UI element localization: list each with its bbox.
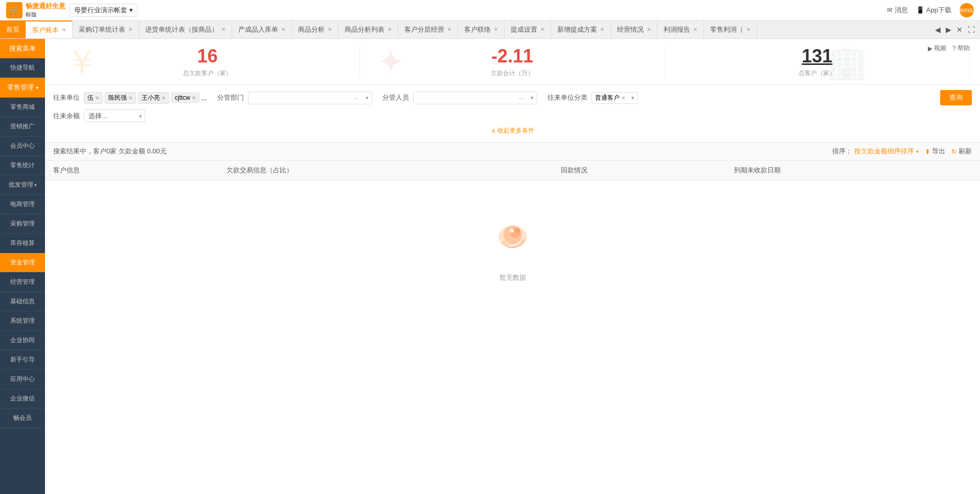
tab-product-analysis[interactable]: 商品分析 ✕ [292, 20, 338, 39]
svg-point-5 [510, 229, 514, 233]
tab-retail-profit[interactable]: 零售利润（ ✕ [704, 20, 757, 39]
tag-close-wu[interactable]: ✕ [95, 95, 99, 101]
arrow-icon: ▾ [34, 183, 37, 188]
app-download-button[interactable]: 📱 App下载 [916, 6, 951, 15]
person-dropdown-icon[interactable]: ▾ [528, 95, 537, 101]
dept-more-icon[interactable]: ··· [351, 94, 362, 102]
close-icon[interactable]: ✕ [693, 27, 697, 32]
sidebar-item-vip-member[interactable]: 畅会员 [0, 409, 45, 428]
nav-right-arrow[interactable]: ▶ [944, 25, 953, 35]
filter-bar: 往来单位 伍 ✕ 陈民强 ✕ 王小亮 ✕ cjttcw [45, 85, 980, 143]
collapse-button[interactable]: ∧ 收起更多条件 [53, 126, 972, 135]
sidebar-item-wholesale[interactable]: 批发管理 ▾ [0, 175, 45, 195]
total-customers-value: 131 [802, 46, 832, 67]
nav-left-arrow[interactable]: ◀ [933, 25, 943, 35]
sidebar-item-basic-info[interactable]: 基础信息 [0, 292, 45, 311]
query-button[interactable]: 查询 [940, 90, 972, 105]
export-button[interactable]: ⬆ 导出 [925, 147, 945, 156]
dept-dropdown-icon[interactable]: ▾ [362, 95, 372, 101]
video-link[interactable]: ▶ 视频 [928, 44, 946, 53]
close-icon[interactable]: ✕ [128, 27, 132, 32]
tab-proposal-settings[interactable]: 提成设置 ✕ [505, 20, 551, 39]
sidebar-item-purchase[interactable]: 采购管理 [0, 214, 45, 234]
logo-icon: 🛒 [6, 2, 22, 18]
close-icon[interactable]: ✕ [647, 27, 651, 32]
nav-arrows: ◀ ▶ ✕ ⛶ [930, 25, 980, 35]
tag-close-chen[interactable]: ✕ [128, 95, 132, 101]
close-icon[interactable]: ✕ [600, 27, 604, 32]
top-bar-right: ✉ 消息 📱 App下载 demo2 [887, 3, 974, 17]
sidebar-quick-nav[interactable]: 快捷导航 [0, 58, 45, 78]
tab-customer-connect[interactable]: 客户联络 ✕ [458, 20, 505, 39]
tab-home[interactable]: 首页 [0, 20, 26, 39]
sidebar-item-retail-mall[interactable]: 零售商城 [0, 98, 45, 117]
avatar[interactable]: demo2 [960, 3, 974, 17]
table-body: 暂无数据 [45, 181, 980, 313]
svg-point-4 [501, 240, 509, 245]
close-icon[interactable]: ✕ [540, 27, 544, 32]
overdue-amount-label: 欠款合计（万） [491, 69, 534, 78]
sidebar-item-operations[interactable]: 经营管理 [0, 273, 45, 292]
tab-purchase-stat[interactable]: 进货单统计表（按商品） ✕ [139, 20, 232, 39]
close-icon[interactable]: ✕ [746, 27, 750, 32]
sidebar-item-app-center[interactable]: 应用中心 [0, 370, 45, 389]
tags-more-button[interactable]: ... [201, 94, 207, 102]
tag-close-wang[interactable]: ✕ [162, 95, 166, 101]
data-table: 客户信息 欠款交易信息（占比） 回款情况 到期未收款日期 [45, 161, 980, 313]
balance-select[interactable]: 选择... [84, 109, 145, 122]
tab-product-inbound[interactable]: 产成品入库单 ✕ [232, 20, 292, 39]
close-icon[interactable]: ✕ [328, 27, 332, 32]
tab-new-proposal[interactable]: 新增提成方案 ✕ [551, 20, 611, 39]
sidebar-item-enterprise-wechat[interactable]: 企业微信 [0, 389, 45, 409]
stat-total-customers: 131 总客户（家） [665, 46, 970, 78]
sidebar-item-ecommerce[interactable]: 电商管理 [0, 195, 45, 214]
results-actions: 排序： 按欠款金额倒序排序 ▾ ⬆ 导出 ↻ 刷新 [832, 147, 972, 156]
stats-bar: ￥ ✦ 🏢 16 总欠款客户（家） -2.11 欠款合计（万） 131 总客户（… [45, 39, 980, 85]
table-header: 客户信息 欠款交易信息（占比） 回款情况 到期未收款日期 [45, 161, 980, 181]
nav-maximize[interactable]: ⛶ [966, 25, 977, 35]
tab-customer-tier[interactable]: 客户分层经营 ✕ [398, 20, 458, 39]
filter-tag-cjttcw: cjttcw ✕ [171, 93, 199, 103]
close-icon[interactable]: ✕ [494, 27, 498, 32]
logo-area: 🛒 畅捷通好生意 标版 [6, 2, 65, 18]
chevron-down-icon: ▾ [36, 85, 38, 91]
download-icon: 📱 [916, 6, 924, 14]
sidebar-item-enterprise-collab[interactable]: 企业协同 [0, 331, 45, 350]
dept-input[interactable] [248, 92, 351, 104]
total-customers-label: 总客户（家） [799, 69, 835, 78]
sidebar-item-capital[interactable]: 资金管理 [0, 253, 45, 273]
close-icon[interactable]: ✕ [221, 27, 225, 32]
unit-class-tag-close[interactable]: ✕ [621, 95, 625, 101]
sidebar-item-marketing[interactable]: 营销推广 [0, 117, 45, 137]
sidebar-item-system[interactable]: 系统管理 [0, 311, 45, 331]
tab-profit-report[interactable]: 利润报告 ✕ [657, 20, 704, 39]
company-selector[interactable]: 母婴行业演示帐套 ▾ [70, 4, 138, 17]
person-input[interactable] [414, 92, 516, 104]
tab-purchase-order[interactable]: 采购订单统计表 ✕ [73, 20, 139, 39]
sidebar-item-inventory[interactable]: 库存核算 [0, 234, 45, 253]
refresh-button[interactable]: ↻ 刷新 [951, 147, 972, 156]
sidebar-item-member[interactable]: 会员中心 [0, 137, 45, 156]
stat-overdue-amount: -2.11 欠款合计（万） [360, 46, 665, 78]
sort-value[interactable]: 按欠款金额倒序排序 [854, 147, 914, 156]
unit-class-dropdown-icon[interactable]: ▾ [628, 95, 637, 101]
tag-close-cjttcw[interactable]: ✕ [192, 95, 196, 101]
messages-button[interactable]: ✉ 消息 [887, 6, 908, 15]
sidebar-item-retail-stats[interactable]: 零售统计 [0, 156, 45, 175]
tab-product-analysis-list[interactable]: 商品分析列表 ✕ [338, 20, 398, 39]
nav-close-all[interactable]: ✕ [954, 25, 965, 35]
tab-account-book[interactable]: 客户账本 ✕ [26, 20, 73, 39]
close-icon[interactable]: ✕ [447, 27, 451, 32]
sidebar-item-new-guide[interactable]: 新手引导 [0, 350, 45, 370]
help-link[interactable]: ? 帮助 [952, 44, 970, 53]
top-bar-left: 🛒 畅捷通好生意 标版 母婴行业演示帐套 ▾ [6, 2, 138, 18]
close-icon[interactable]: ✕ [388, 27, 392, 32]
sidebar-retail-mgmt[interactable]: 零售管理 ▾ [0, 78, 45, 98]
empty-text: 暂无数据 [499, 273, 526, 282]
sidebar-search[interactable]: 搜索菜单 [0, 39, 45, 58]
table-area: 客户信息 欠款交易信息（占比） 回款情况 到期未收款日期 [45, 161, 980, 494]
person-more-icon[interactable]: ··· [516, 94, 528, 102]
close-icon[interactable]: ✕ [281, 27, 285, 32]
tab-biz-situation[interactable]: 经营情况 ✕ [611, 20, 657, 39]
close-icon[interactable]: ✕ [62, 27, 66, 33]
